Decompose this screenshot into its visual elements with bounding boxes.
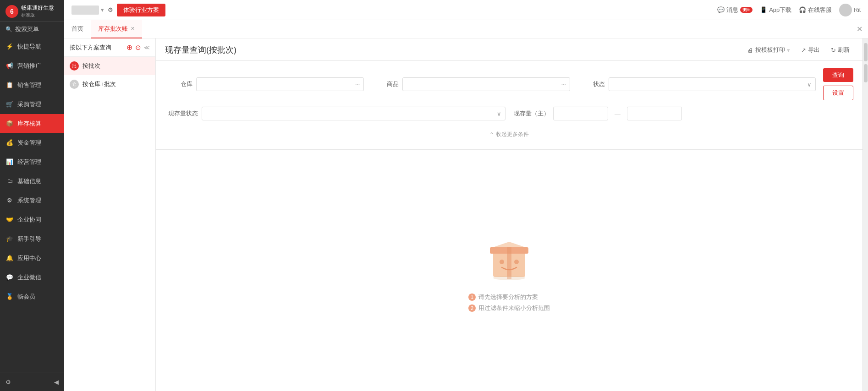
query-btn[interactable]: 查询 (823, 68, 853, 82)
member-icon: 🏅 (5, 293, 14, 301)
status-select[interactable]: ∨ (609, 77, 816, 91)
sidebar-search[interactable]: 🔍 搜索菜单 (0, 22, 64, 37)
export-icon: ↗ (801, 47, 806, 54)
app-download-label: App下载 (769, 6, 791, 14)
warehouse-field: 仓库 ··· (165, 77, 364, 91)
collapse-more-btn[interactable]: ⌃ 收起更多条件 (165, 127, 853, 142)
sidebar-item-member[interactable]: 🏅 畅会员 (0, 287, 64, 306)
user-profile-btn[interactable]: Rit (839, 4, 861, 16)
sidebar-item-finance[interactable]: 💰 资金管理 (0, 133, 64, 152)
scheme-by-batch[interactable]: 批 按批次 (64, 57, 155, 75)
tab-inventory-batch[interactable]: 库存批次账 ✕ (91, 20, 142, 38)
finance-icon: 💰 (5, 139, 14, 147)
filter-row-2: 现存量状态 ∨ 现存量（主） — (165, 107, 853, 120)
main-area: 现存量查询(按批次) 🖨 按模板打印 ▾ ↗ 导出 ↻ (156, 38, 863, 391)
inventory-qty-field: 现存量（主） — (513, 107, 853, 120)
display-settings-btn[interactable]: 设置 (823, 86, 853, 100)
app-title-block: 畅康通好生意 标准版 (21, 5, 54, 18)
sidebar-item-label: 基础信息 (17, 177, 41, 185)
sidebar-item-guide[interactable]: 🎓 新手引导 (0, 229, 64, 249)
print-dropdown-icon: ▾ (787, 47, 790, 54)
settings-icon[interactable]: ⚙ (5, 379, 11, 386)
sidebar-item-operation[interactable]: 📊 经营管理 (0, 152, 64, 172)
filter-panel-header: 按以下方案查询 ⊕ ⊙ ≪ (64, 38, 155, 57)
sidebar-item-inventory[interactable]: 📦 库存核算 (0, 114, 64, 133)
experience-btn[interactable]: 体验行业方案 (117, 4, 165, 16)
purchase-icon: 🛒 (5, 100, 14, 109)
sidebar: 6 畅康通好生意 标准版 🔍 搜索菜单 ⚡ 快捷导航 📢 营销推广 📋 销售管理 (0, 0, 64, 391)
status-arrow-icon: ∨ (807, 81, 812, 88)
phone-icon: 📱 (760, 6, 767, 13)
message-label: 消息 (726, 6, 738, 14)
status-field: 状态 ∨ (577, 77, 816, 91)
topbar-left: ▾ ⚙ 体验行业方案 (71, 4, 165, 16)
sidebar-item-enterprise[interactable]: 🤝 企业协同 (0, 210, 64, 229)
hint1-text: 请先选择要分析的方案 (478, 293, 538, 301)
app-download-btn[interactable]: 📱 App下载 (760, 6, 791, 14)
inventory-icon: 📦 (5, 119, 14, 128)
export-btn[interactable]: ↗ 导出 (797, 44, 824, 56)
topbar-nav-dropdown[interactable]: ▾ (71, 5, 104, 15)
product-input[interactable]: ··· (402, 77, 570, 91)
sidebar-item-marketing[interactable]: 📢 营销推广 (0, 56, 64, 76)
inventory-status-label: 现存量状态 (165, 109, 198, 118)
collapse-panel-icon[interactable]: ≪ (144, 44, 150, 51)
search-icon: 🔍 (5, 26, 12, 33)
print-btn[interactable]: 🖨 按模板打印 ▾ (744, 44, 794, 56)
right-scrollbar[interactable] (863, 38, 868, 391)
scheme-settings-icon[interactable]: ⊙ (135, 43, 141, 52)
customer-service-btn[interactable]: 🎧 在线客服 (799, 6, 832, 14)
tab-panel-close-icon[interactable]: ✕ (857, 25, 863, 33)
collapse-sidebar-icon[interactable]: ◀ (54, 379, 59, 386)
scheme-by-warehouse-batch[interactable]: 仓 按仓库+批次 (64, 75, 155, 93)
add-scheme-btn[interactable]: ⊕ (126, 43, 132, 52)
warehouse-dots: ··· (355, 81, 359, 88)
empty-state: 1 请先选择要分析的方案 2 用过滤条件来缩小分析范围 (156, 150, 863, 391)
sidebar-item-label: 系统管理 (17, 196, 41, 205)
inventory-status-select[interactable]: ∨ (202, 107, 505, 120)
tab-home[interactable]: 首页 (64, 20, 91, 38)
app-logo: 6 (5, 5, 18, 18)
hint1-num: 1 (468, 293, 476, 301)
refresh-icon: ↻ (831, 47, 836, 54)
sidebar-item-wechat[interactable]: 💬 企业微信 (0, 268, 64, 287)
sidebar-header: 6 畅康通好生意 标准版 (0, 0, 64, 22)
sidebar-item-app-center[interactable]: 🔔 应用中心 (0, 249, 64, 268)
sidebar-item-label: 企业协同 (17, 216, 41, 224)
tab-home-label: 首页 (71, 25, 83, 33)
svg-rect-2 (507, 247, 511, 279)
message-btn[interactable]: 💬 消息 99+ (717, 6, 753, 14)
shortcut-icon: ⚡ (5, 43, 14, 51)
tab-active-label: 库存批次账 (98, 25, 128, 33)
filter-scheme-panel: 按以下方案查询 ⊕ ⊙ ≪ 批 按批次 仓 按仓库+批次 (64, 38, 156, 391)
page-header: 现存量查询(按批次) 🖨 按模板打印 ▾ ↗ 导出 ↻ (156, 38, 863, 61)
empty-hints: 1 请先选择要分析的方案 2 用过滤条件来缩小分析范围 (468, 293, 550, 312)
inventory-qty-to[interactable] (627, 107, 682, 120)
sidebar-item-label: 资金管理 (17, 139, 41, 147)
marketing-icon: 📢 (5, 62, 14, 70)
topbar-nav-text (71, 5, 99, 15)
sidebar-item-basic[interactable]: 🗂 基础信息 (0, 172, 64, 191)
message-icon: 💬 (717, 6, 725, 13)
sidebar-item-system[interactable]: ⚙ 系统管理 (0, 191, 64, 210)
sidebar-item-sales[interactable]: 📋 销售管理 (0, 76, 64, 95)
warehouse-input[interactable]: ··· (196, 77, 364, 91)
sidebar-item-label: 企业微信 (17, 273, 41, 282)
sidebar-item-shortcut[interactable]: ⚡ 快捷导航 (0, 37, 64, 56)
app-center-icon: 🔔 (5, 254, 14, 262)
topbar-settings-icon[interactable]: ⚙ (108, 6, 113, 13)
refresh-btn[interactable]: ↻ 刷新 (827, 44, 853, 56)
chevron-up-icon: ⌃ (489, 131, 494, 138)
app-company-name: 畅康通好生意 (21, 5, 54, 12)
svg-point-5 (514, 260, 519, 264)
sidebar-item-purchase[interactable]: 🛒 采购管理 (0, 95, 64, 114)
empty-hint-2: 2 用过滤条件来缩小分析范围 (468, 304, 550, 312)
tab-close-icon[interactable]: ✕ (131, 26, 135, 32)
tabs-bar: 首页 库存批次账 ✕ ✕ (64, 20, 868, 38)
inventory-status-arrow-icon: ∨ (497, 110, 501, 117)
inventory-qty-from[interactable] (553, 107, 608, 120)
user-name: Rit (854, 7, 861, 13)
filter-action-buttons: 查询 设置 (823, 68, 853, 100)
filter-row-1: 仓库 ··· 商品 ··· (165, 68, 853, 100)
scheme-batch-label: 按批次 (82, 62, 100, 70)
